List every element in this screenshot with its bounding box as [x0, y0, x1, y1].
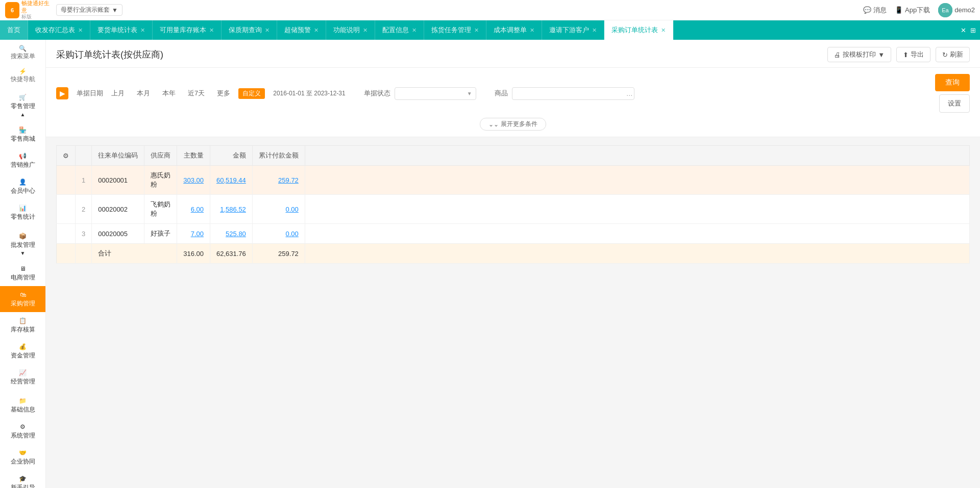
shortcut-last-month[interactable]: 上月 — [107, 88, 129, 99]
content-area: 采购订单统计表(按供应商) 🖨 按模板打印 ▼ ⬆ 导出 ↻ 刷新 — [46, 40, 980, 488]
cell-gear-2 — [57, 195, 76, 224]
sidebar-item-marketing[interactable]: 📢 营销推广 — [0, 147, 45, 173]
goods-input-more-icon[interactable]: … — [626, 90, 633, 97]
tab-shelf-life[interactable]: 保质期查询 ✕ — [222, 20, 277, 40]
basic-info-icon: 📁 — [19, 397, 27, 404]
query-button[interactable]: 查询 — [935, 74, 970, 91]
table-row[interactable]: 3 00020005 好孩子 7.00 525.80 0.00 — [57, 224, 970, 244]
shortcut-7days[interactable]: 近7天 — [184, 88, 209, 99]
close-tab-invite-client[interactable]: ✕ — [592, 27, 597, 34]
close-tab-cost-adjust[interactable]: ✕ — [530, 27, 534, 34]
sidebar-search[interactable]: 🔍 搜索菜单 — [0, 40, 45, 64]
sidebar-item-purchase-mgmt[interactable]: 🛍 采购管理 — [0, 286, 45, 312]
cell-paid-amount-3[interactable]: 0.00 — [252, 224, 305, 244]
col-gear[interactable]: ⚙ — [57, 146, 76, 166]
close-tab-receive-send[interactable]: ✕ — [78, 27, 83, 34]
status-select[interactable] — [395, 87, 476, 100]
refresh-icon: ↻ — [942, 51, 948, 59]
main-body: 🔍 搜索菜单 ⚡ 快捷导航 🛒 零售管理 ▲ 🏪 零售商城 📢 营销推广 — [0, 40, 980, 488]
new-guide-icon: 🎓 — [19, 475, 27, 482]
close-tab-config-info[interactable]: ✕ — [412, 27, 416, 34]
table-container: ⚙ 往来单位编码 供应商 主数量 金额 累计付款金额 — [46, 137, 980, 488]
table-row[interactable]: 2 00020002 飞鹤奶粉 6.00 1,586.52 0.00 — [57, 195, 970, 224]
filter-bar: ▶ 单据日期 上月 本月 本年 近7天 更多 自定义 — [46, 68, 980, 137]
nav-tabs: 首页 收发存汇总表 ✕ 要货单统计表 ✕ 可用量库存账本 ✕ 保质期查询 ✕ 超… — [0, 20, 980, 40]
ecommerce-icon: 🖥 — [20, 265, 26, 272]
filter-toggle-button[interactable]: ▶ — [56, 87, 68, 99]
wholesale-icon: 📦 — [19, 233, 27, 240]
table-row[interactable]: 1 00020001 惠氏奶粉 303.00 60,519.44 259.72 — [57, 166, 970, 195]
tab-config-info[interactable]: 配置信息 ✕ — [375, 20, 424, 40]
date-tag: 自定义 — [238, 88, 265, 99]
maximize-icon[interactable]: ⊞ — [970, 27, 976, 34]
sidebar-item-basic-info[interactable]: 📁 基础信息 — [0, 392, 45, 418]
tab-order-stat[interactable]: 要货单统计表 ✕ — [90, 20, 153, 40]
tab-invite-client[interactable]: 邀请下游客户 ✕ — [542, 20, 604, 40]
sidebar-item-member-center[interactable]: 👤 会员中心 — [0, 173, 45, 199]
table-footer: 合计 316.00 62,631.76 259.72 — [57, 244, 970, 264]
close-tab-pick-task[interactable]: ✕ — [474, 27, 479, 34]
date-shortcuts: 上月 本月 本年 近7天 更多 — [107, 88, 234, 99]
cell-paid-amount-2[interactable]: 0.00 — [252, 195, 305, 224]
goods-filter-item: 商品 … — [495, 87, 637, 100]
cell-partner-code-2: 00020002 — [92, 195, 144, 224]
close-tab-shelf-life[interactable]: ✕ — [265, 27, 270, 34]
sidebar-quick-nav[interactable]: ⚡ 快捷导航 — [0, 66, 45, 87]
close-tab-order-stat[interactable]: ✕ — [140, 27, 145, 34]
cell-index-2: 2 — [76, 195, 92, 224]
sidebar-item-new-guide[interactable]: 🎓 新手引导 — [0, 470, 45, 488]
sidebar-item-enterprise-collab[interactable]: 🤝 企业协同 — [0, 444, 45, 470]
sidebar-item-retail-mgmt[interactable]: 🛒 零售管理 ▲ — [0, 89, 45, 121]
expand-conditions-button[interactable]: ⌄⌄ 展开更多条件 — [480, 118, 546, 131]
sidebar-item-inventory-check[interactable]: 📋 库存核算 — [0, 312, 45, 338]
tab-purchase-stat[interactable]: 采购订单统计表 ✕ — [604, 20, 673, 40]
sidebar-item-finance-mgmt[interactable]: 💰 资金管理 — [0, 338, 45, 364]
close-all-tabs-icon[interactable]: ✕ — [961, 27, 966, 34]
sidebar-item-system-mgmt[interactable]: ⚙ 系统管理 — [0, 418, 45, 444]
message-button[interactable]: 💬 消息 — [863, 6, 887, 15]
close-tab-purchase-stat[interactable]: ✕ — [661, 27, 666, 34]
close-tab-inventory-ledger[interactable]: ✕ — [209, 27, 214, 34]
close-tab-over-stock[interactable]: ✕ — [314, 27, 318, 34]
search-icon: 🔍 — [19, 45, 27, 52]
purchase-icon: 🛍 — [20, 291, 26, 298]
shortcut-this-month[interactable]: 本月 — [133, 88, 154, 99]
close-tab-function-desc[interactable]: ✕ — [363, 27, 368, 34]
tab-over-stock[interactable]: 超储预警 ✕ — [277, 20, 326, 40]
settings-button[interactable]: 设置 — [939, 94, 970, 113]
tab-receive-send[interactable]: 收发存汇总表 ✕ — [28, 20, 90, 40]
cell-quantity-2[interactable]: 6.00 — [177, 195, 210, 224]
tab-home[interactable]: 首页 — [0, 20, 28, 40]
retail-stat-icon: 📊 — [19, 204, 27, 212]
cell-extra-3 — [305, 224, 969, 244]
cell-paid-amount-1[interactable]: 259.72 — [252, 166, 305, 195]
message-icon: 💬 — [863, 6, 871, 14]
sidebar-item-ecommerce-mgmt[interactable]: 🖥 电商管理 — [0, 260, 45, 286]
sidebar-item-retail-stat[interactable]: 📊 零售统计 — [0, 199, 45, 225]
tab-function-desc[interactable]: 功能说明 ✕ — [326, 20, 375, 40]
workspace-selector[interactable]: 母婴行业演示账套 ▼ — [56, 4, 122, 16]
print-button[interactable]: 🖨 按模板打印 ▼ — [827, 47, 891, 62]
expand-conditions-row: ⌄⌄ 展开更多条件 — [56, 118, 970, 131]
cell-amount-1[interactable]: 60,519.44 — [210, 166, 253, 195]
cell-amount-3[interactable]: 525.80 — [210, 224, 253, 244]
tab-pick-task[interactable]: 拣货任务管理 ✕ — [424, 20, 486, 40]
tab-inventory-ledger[interactable]: 可用量库存账本 ✕ — [153, 20, 222, 40]
tab-cost-adjust[interactable]: 成本调整单 ✕ — [486, 20, 542, 40]
col-quantity: 主数量 — [177, 146, 210, 166]
export-button[interactable]: ⬆ 导出 — [896, 47, 930, 62]
sidebar-item-wholesale-mgmt[interactable]: 📦 批发管理 ▼ — [0, 227, 45, 260]
sidebar-item-retail-shop[interactable]: 🏪 零售商城 — [0, 121, 45, 147]
cell-quantity-3[interactable]: 7.00 — [177, 224, 210, 244]
shortcut-more[interactable]: 更多 — [213, 88, 234, 99]
cell-quantity-1[interactable]: 303.00 — [177, 166, 210, 195]
shortcut-this-year[interactable]: 本年 — [158, 88, 180, 99]
top-bar: 6 畅捷通好生意 标版 母婴行业演示账套 ▼ 💬 消息 📱 App下载 — [0, 0, 980, 20]
user-avatar[interactable]: Ea demo2 — [938, 3, 975, 17]
goods-input[interactable] — [512, 87, 634, 100]
refresh-button[interactable]: ↻ 刷新 — [936, 47, 970, 62]
cell-amount-2[interactable]: 1,586.52 — [210, 195, 253, 224]
app-download-button[interactable]: 📱 App下载 — [895, 6, 930, 15]
sidebar-item-operation-mgmt[interactable]: 📈 经营管理 — [0, 364, 45, 390]
page-header: 采购订单统计表(按供应商) 🖨 按模板打印 ▼ ⬆ 导出 ↻ 刷新 — [46, 40, 980, 68]
